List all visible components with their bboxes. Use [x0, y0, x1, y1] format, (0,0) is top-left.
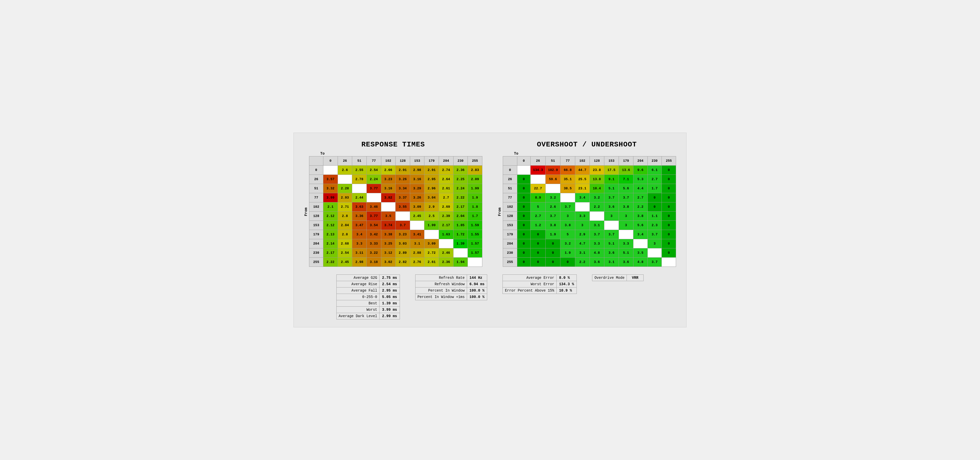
heatmap-cell: 2.9 — [575, 230, 590, 239]
col-header: 77 — [366, 157, 381, 166]
heatmap-cell: 2.24 — [366, 175, 381, 184]
row-header: 128 — [503, 212, 517, 221]
heatmap-cell: 1.94 — [453, 257, 468, 267]
heatmap-cell: 3.7 — [396, 221, 410, 230]
col-header: 153 — [410, 157, 425, 166]
avg-fall-value: 2.95 ms — [379, 288, 400, 294]
heatmap-cell: 1.8 — [468, 203, 482, 212]
heatmap-cell: 2.89 — [396, 248, 410, 257]
worst-label: Worst — [336, 307, 379, 313]
heatmap-cell: 0 — [662, 166, 676, 175]
heatmap-cell: 2.28 — [338, 184, 352, 193]
col-header: 153 — [604, 157, 619, 166]
heatmap-cell: 0 — [662, 203, 676, 212]
heatmap-cell: 2.71 — [338, 203, 352, 212]
table-row: 1792.132.83.43.423.383.233.411.631.721.5… — [309, 230, 482, 239]
heatmap-cell: 3.5 — [381, 212, 396, 221]
rt-to-label: To — [320, 152, 482, 156]
col-header: 0 — [323, 157, 338, 166]
heatmap-cell: 2.7 — [531, 212, 546, 221]
heatmap-cell: 3 — [648, 239, 662, 248]
response-times-section: RESPONSE TIMES From To 02651771021281531… — [304, 141, 482, 267]
heatmap-cell: 0 — [662, 184, 676, 193]
heatmap-cell: 2.25 — [453, 175, 468, 184]
heatmap-cell: 3.2 — [546, 193, 560, 203]
heatmap-cell: 2.46 — [439, 248, 453, 257]
stats-left-block: Average G2G 2.75 ms Average Rise 2.54 ms… — [336, 275, 400, 319]
heatmap-cell: 1.59 — [468, 221, 482, 230]
heatmap-cell: 3.46 — [366, 203, 381, 212]
col-header: 102 — [575, 157, 590, 166]
col-header: 77 — [560, 157, 575, 166]
heatmap-cell: 0 — [648, 193, 662, 203]
avg-dark-value: 2.99 ms — [379, 313, 400, 319]
heatmap-cell: 3.38 — [381, 230, 396, 239]
heatmap-cell: 2.8 — [338, 212, 352, 221]
heatmap-cell: 2.96 — [425, 184, 439, 193]
heatmap-cell — [560, 193, 575, 203]
heatmap-cell: 3.2 — [590, 193, 604, 203]
heatmap-cell: 3.7 — [590, 230, 604, 239]
rt-matrix-container: From To 026517710212815317920423025502.6… — [304, 152, 482, 267]
heatmap-cell: 2.61 — [425, 257, 439, 267]
heatmap-cell: 0 — [517, 203, 531, 212]
heatmap-cell: 0 — [531, 230, 546, 239]
heatmap-cell: 3.57 — [323, 175, 338, 184]
heatmap-cell: 2.91 — [396, 166, 410, 175]
heatmap-cell: 1.55 — [468, 230, 482, 239]
refresh-window-row: Refresh Window 6.94 ms — [415, 281, 487, 288]
zero-255-value: 5.05 ms — [379, 294, 400, 300]
worst-value: 3.99 ms — [379, 307, 400, 313]
heatmap-cell: 3.2 — [560, 239, 575, 248]
heatmap-cell: 1.7 — [648, 184, 662, 193]
heatmap-cell: 3.8 — [633, 212, 648, 221]
heatmap-cell: 2.8 — [338, 230, 352, 239]
avg-error-label: Average Error — [503, 275, 556, 281]
heatmap-cell — [648, 248, 662, 257]
heatmap-cell: 3.5 — [633, 248, 648, 257]
os-matrix-container: From To 02651771021281531792042302550134… — [498, 152, 676, 267]
heatmap-cell: 3.77 — [366, 184, 381, 193]
heatmap-cell: 3.09 — [425, 239, 439, 248]
heatmap-cell: 2.17 — [323, 248, 338, 257]
heatmap-cell: 10.4 — [590, 184, 604, 193]
heatmap-cell: 2.54 — [366, 166, 381, 175]
heatmap-cell: 38.5 — [560, 184, 575, 193]
heatmap-cell — [425, 230, 439, 239]
heatmap-cell: 3.32 — [323, 184, 338, 193]
heatmap-cell: 5.1 — [604, 184, 619, 193]
heatmap-cell: 5 — [560, 230, 575, 239]
heatmap-cell: 2.91 — [425, 166, 439, 175]
refresh-window-value: 6.94 ms — [467, 281, 487, 288]
heatmap-cell — [633, 239, 648, 248]
heatmap-cell: 0 — [517, 175, 531, 184]
heatmap-cell: 1.9 — [560, 248, 575, 257]
heatmap-cell: 2.74 — [439, 166, 453, 175]
heatmap-cell: 2.88 — [410, 248, 425, 257]
heatmap-cell: 1.2 — [531, 221, 546, 230]
heatmap-cell: 0 — [517, 184, 531, 193]
table-row: 0134.3102.966.844.723.817.513.69.66.10 — [503, 166, 676, 175]
heatmap-cell: 2.6 — [546, 203, 560, 212]
refresh-rate-label: Refresh Rate — [415, 275, 467, 281]
avg-fall-row: Average Fall 2.95 ms — [336, 288, 400, 294]
heatmap-cell: 2.68 — [338, 239, 352, 248]
heatmap-cell: 0 — [662, 221, 676, 230]
col-header: 204 — [633, 157, 648, 166]
heatmap-cell: 2.64 — [439, 175, 453, 184]
row-header: 51 — [503, 184, 517, 193]
heatmap-cell — [396, 212, 410, 221]
heatmap-cell: 8.9 — [531, 193, 546, 203]
heatmap-cell: 2.44 — [352, 193, 367, 203]
heatmap-cell: 4.7 — [575, 239, 590, 248]
row-header: 230 — [503, 248, 517, 257]
heatmap-cell: 3.8 — [546, 221, 560, 230]
heatmap-cell: 2.12 — [323, 212, 338, 221]
heatmap-cell: 2.95 — [425, 175, 439, 184]
heatmap-cell — [662, 257, 676, 267]
heatmap-cell: 2.82 — [396, 257, 410, 267]
col-header: 51 — [352, 157, 367, 166]
heatmap-cell: 2.45 — [410, 212, 425, 221]
heatmap-cell: 3.54 — [366, 221, 381, 230]
heatmap-cell: 3.1 — [410, 239, 425, 248]
